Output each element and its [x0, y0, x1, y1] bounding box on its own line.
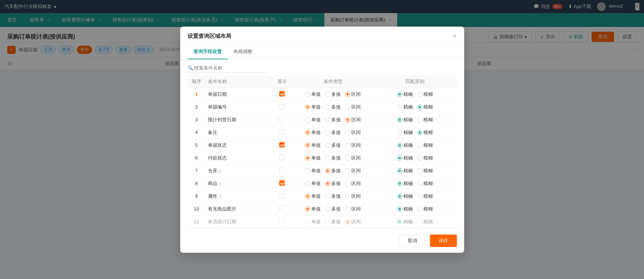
modal-tab-layout[interactable]: 布局调整 [228, 45, 258, 59]
search-input[interactable] [187, 64, 267, 71]
modal-search-bar: 🔍 [180, 59, 464, 71]
modal-tabs: 查询字段设置 布局调整 [180, 45, 464, 59]
modal-overlay: 设置查询区域布局 × 查询字段设置 布局调整 🔍 顺序 条件名称 [0, 0, 644, 70]
modal-title: 设置查询区域布局 [187, 33, 231, 40]
modal-header: 设置查询区域布局 × [180, 27, 464, 45]
modal-tab-query-fields[interactable]: 查询字段设置 [187, 45, 228, 59]
modal-close-button[interactable]: × [453, 32, 457, 40]
settings-modal: 设置查询区域布局 × 查询字段设置 布局调整 🔍 顺序 条件名称 [180, 27, 464, 71]
search-icon: 🔍 [187, 65, 193, 70]
